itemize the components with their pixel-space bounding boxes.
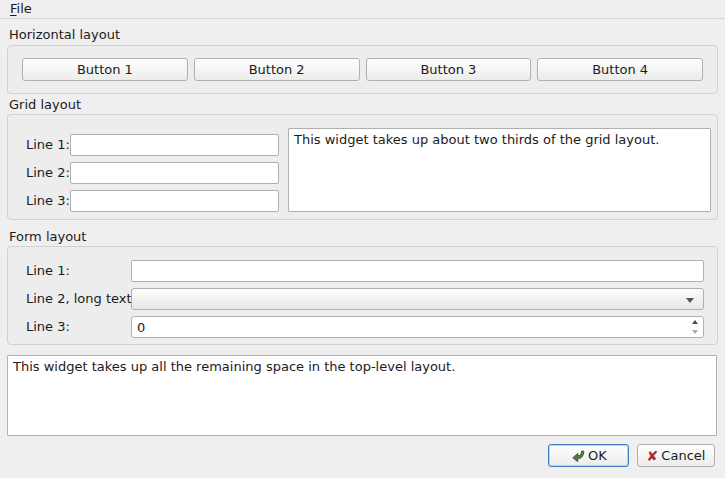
grid-line2-label: Line 2: bbox=[26, 162, 70, 184]
spinbox-input[interactable] bbox=[132, 317, 686, 337]
button-2[interactable]: Button 2 bbox=[194, 58, 360, 81]
dialog-window: File Horizontal layout Button 1 Button 2… bbox=[0, 0, 725, 478]
form-line2-label: Line 2, long text: bbox=[26, 288, 136, 310]
cancel-button-label: Cancel bbox=[661, 448, 705, 463]
grid-line2-input[interactable] bbox=[70, 162, 279, 184]
form-line3-label: Line 3: bbox=[26, 316, 70, 338]
grid-textedit[interactable]: This widget takes up about two thirds of… bbox=[288, 128, 711, 212]
chevron-down-icon bbox=[686, 298, 694, 303]
spin-down-button[interactable] bbox=[687, 327, 703, 337]
grid-line3-label: Line 3: bbox=[26, 190, 70, 212]
button-1[interactable]: Button 1 bbox=[22, 58, 188, 81]
form-line2-combobox[interactable] bbox=[131, 288, 704, 310]
spinbox-buttons bbox=[687, 317, 703, 337]
spin-up-button[interactable] bbox=[687, 317, 703, 327]
cancel-button[interactable]: ✘ Cancel bbox=[637, 444, 715, 467]
spin-up-icon bbox=[692, 320, 698, 324]
grid-line1-label: Line 1: bbox=[26, 134, 70, 156]
menu-file-rest: ile bbox=[17, 1, 32, 16]
form-group-frame: Line 1: Line 2, long text: Line 3: bbox=[7, 246, 718, 345]
cancel-x-icon: ✘ bbox=[647, 449, 659, 463]
bottom-textedit[interactable]: This widget takes up all the remaining s… bbox=[7, 355, 717, 436]
menu-file[interactable]: File bbox=[3, 0, 39, 18]
grid-line1-input[interactable] bbox=[70, 134, 279, 156]
menu-bar: File bbox=[0, 0, 725, 19]
form-line1-input[interactable] bbox=[131, 260, 704, 282]
grid-line3-input[interactable] bbox=[70, 190, 279, 212]
horizontal-group-title: Horizontal layout bbox=[9, 27, 120, 42]
ok-icon bbox=[570, 448, 585, 463]
button-3[interactable]: Button 3 bbox=[366, 58, 532, 81]
grid-group-frame: Line 1: Line 2: Line 3: This widget take… bbox=[7, 114, 718, 220]
ok-button-label: OK bbox=[588, 448, 607, 463]
form-line1-label: Line 1: bbox=[26, 260, 70, 282]
form-line3-spinbox bbox=[131, 316, 704, 338]
horizontal-group-frame: Button 1 Button 2 Button 3 Button 4 bbox=[7, 45, 718, 94]
ok-button[interactable]: OK bbox=[548, 444, 629, 467]
form-group-title: Form layout bbox=[9, 229, 86, 244]
button-4[interactable]: Button 4 bbox=[537, 58, 703, 81]
grid-group-title: Grid layout bbox=[9, 97, 81, 112]
spin-down-icon bbox=[692, 330, 698, 334]
